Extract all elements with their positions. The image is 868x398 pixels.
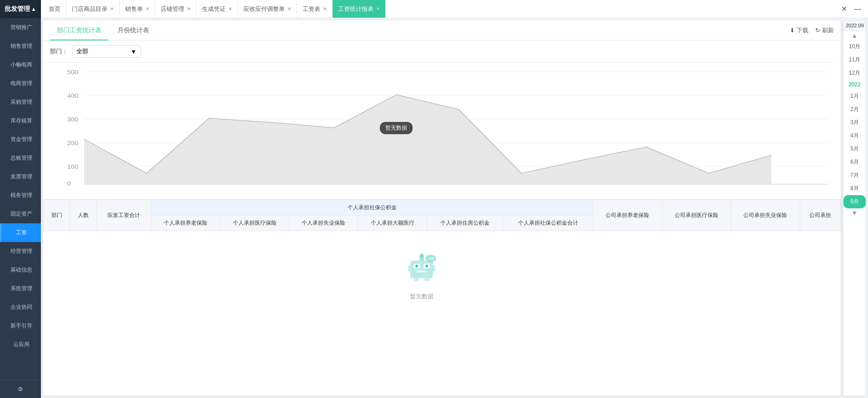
- sidebar-item-ecommerce-small[interactable]: 小畅电商: [0, 55, 41, 74]
- close-shop-tab[interactable]: ✕: [187, 6, 191, 11]
- svg-rect-18: [416, 271, 427, 272]
- month-feb[interactable]: 2月: [843, 103, 866, 116]
- minimize-tabs-button[interactable]: —: [852, 5, 863, 14]
- close-sales-tab[interactable]: ✕: [146, 6, 149, 11]
- sidebar-item-basic[interactable]: 基础信息: [0, 261, 41, 279]
- close-catalog-tab[interactable]: ✕: [110, 6, 114, 11]
- no-data-icon: CE: [404, 249, 440, 286]
- tab-home[interactable]: 首页: [43, 0, 66, 18]
- svg-rect-23: [414, 277, 419, 281]
- col-company-medical: 公司承担医疗保险: [662, 200, 731, 231]
- tab-receivable[interactable]: 应收应付调整单 ✕: [238, 0, 297, 18]
- sidebar-item-coop[interactable]: 企业协同: [0, 298, 41, 317]
- sidebar-item-invoice[interactable]: 发票管理: [0, 167, 41, 186]
- no-data-section: CE 暂无数据: [44, 231, 800, 319]
- sidebar-item-system[interactable]: 系统管理: [0, 279, 41, 298]
- month-dec[interactable]: 12月: [843, 66, 866, 80]
- svg-text:500: 500: [67, 70, 78, 76]
- sidebar-item-tax[interactable]: 税务管理: [0, 186, 41, 205]
- sidebar-header: 批发管理 ▲: [0, 0, 41, 18]
- month-jan[interactable]: 1月: [843, 90, 866, 103]
- sub-tab-actions: ⬇ 下载 ↻ 刷新: [790, 26, 834, 35]
- close-salary-report-tab[interactable]: ✕: [376, 6, 380, 11]
- download-button[interactable]: ⬇ 下载: [790, 26, 808, 35]
- toolbar: 部门： 全部 ▼: [43, 40, 841, 63]
- col-total-salary: 应发工资合计: [96, 200, 151, 231]
- col-personal-total: 个人承担社保公积金合计: [503, 216, 593, 231]
- month-nav-down[interactable]: ▼: [850, 208, 859, 217]
- tab-month-stat[interactable]: 月份统计表: [111, 20, 156, 40]
- sidebar-item-salary[interactable]: 工资: [0, 223, 41, 242]
- col-personal-housing-fund: 个人承担住房公积金: [427, 216, 503, 231]
- svg-rect-13: [410, 261, 433, 278]
- sidebar-item-sales[interactable]: 销售管理: [0, 37, 41, 55]
- svg-text:300: 300: [67, 116, 78, 122]
- close-production-tab[interactable]: ✕: [228, 6, 232, 11]
- settings-icon: ⚙: [18, 386, 23, 393]
- month-sep[interactable]: 9月: [843, 195, 866, 208]
- svg-text:400: 400: [67, 93, 78, 99]
- salary-chart: 500 400 300 200 100 0: [50, 70, 834, 188]
- tab-salary-report[interactable]: 工资统计报表 ✕: [333, 0, 386, 18]
- close-salary-table-tab[interactable]: ✕: [323, 6, 327, 11]
- svg-rect-21: [408, 265, 411, 272]
- sidebar-item-assets[interactable]: 固定资产: [0, 205, 41, 223]
- main-content: 首页 门店商品目录 ✕ 销售单 ✕ 店铺管理 ✕ 生成凭证 ✕ 应收应付调整单 …: [41, 0, 868, 398]
- col-dept: 部门: [44, 200, 70, 231]
- year-2022[interactable]: 2022: [843, 80, 866, 90]
- month-mar[interactable]: 3月: [843, 116, 866, 129]
- month-nav-up[interactable]: ▲: [850, 31, 859, 40]
- chart-area: 500 400 300 200 100 0: [43, 63, 841, 199]
- download-icon: ⬇: [790, 27, 795, 34]
- month-oct[interactable]: 10月: [843, 40, 866, 53]
- tab-controls: ✕ —: [839, 5, 866, 14]
- current-month-display: 2022.09: [846, 23, 864, 28]
- tab-dept-stat[interactable]: 部门工资统计表: [50, 20, 108, 40]
- no-data-text: 暂无数据: [410, 292, 434, 301]
- col-company-pension: 公司承担养老保险: [593, 200, 662, 231]
- tab-catalog[interactable]: 门店商品目录 ✕: [66, 0, 120, 18]
- svg-rect-24: [424, 277, 430, 281]
- sidebar-item-guide[interactable]: 新手引导: [0, 317, 41, 335]
- col-personal-unemployment: 个人承担失业保险: [289, 216, 358, 231]
- sidebar-item-inventory[interactable]: 库存核算: [0, 111, 41, 130]
- close-receivable-tab[interactable]: ✕: [288, 6, 291, 11]
- sub-tab-bar: 部门工资统计表 月份统计表 ⬇ 下载 ↻ 刷新: [43, 20, 841, 40]
- tab-production[interactable]: 生成凭证 ✕: [197, 0, 238, 18]
- svg-point-16: [415, 265, 418, 267]
- svg-point-17: [425, 265, 428, 267]
- month-apr[interactable]: 4月: [843, 129, 866, 142]
- dept-select-value: 全部: [76, 47, 88, 55]
- sidebar-collapse-icon[interactable]: ▲: [31, 6, 36, 12]
- svg-text:100: 100: [67, 164, 78, 170]
- month-nov[interactable]: 11月: [843, 53, 866, 66]
- tab-sales-bill[interactable]: 销售单 ✕: [120, 0, 155, 18]
- chevron-down-icon: ▼: [131, 48, 136, 55]
- svg-marker-12: [84, 95, 772, 184]
- sidebar-item-finance[interactable]: 资金管理: [0, 130, 41, 149]
- col-personal-major-medical: 个人承担大额医疗: [358, 216, 427, 231]
- sidebar-item-cloud[interactable]: 云应用: [0, 335, 41, 354]
- sidebar-item-purchase[interactable]: 采购管理: [0, 93, 41, 111]
- svg-text:CE: CE: [429, 257, 434, 261]
- close-all-tabs-button[interactable]: ✕: [839, 5, 849, 14]
- tab-salary-table[interactable]: 工资表 ✕: [297, 0, 333, 18]
- settings-button[interactable]: ⚙: [0, 380, 41, 398]
- month-jun[interactable]: 6月: [843, 156, 866, 169]
- main-panel: 部门工资统计表 月份统计表 ⬇ 下载 ↻ 刷新: [43, 20, 841, 396]
- tab-shop-manage[interactable]: 店铺管理 ✕: [155, 0, 197, 18]
- sidebar-item-ledger[interactable]: 总账管理: [0, 149, 41, 167]
- sidebar-title: 批发管理: [5, 5, 30, 13]
- salary-table: 部门 人数 应发工资合计 个人承担社保公积金 公司承担养老保险 公司承担医疗保险…: [43, 200, 841, 319]
- month-may[interactable]: 5月: [843, 142, 866, 156]
- dept-select[interactable]: 全部 ▼: [72, 45, 141, 58]
- month-aug[interactable]: 8月: [843, 182, 866, 195]
- content-area: 部门工资统计表 月份统计表 ⬇ 下载 ↻ 刷新: [41, 18, 868, 398]
- sidebar-item-business[interactable]: 经营管理: [0, 242, 41, 261]
- month-jul[interactable]: 7月: [843, 169, 866, 182]
- top-tab-bar: 首页 门店商品目录 ✕ 销售单 ✕ 店铺管理 ✕ 生成凭证 ✕ 应收应付调整单 …: [41, 0, 868, 18]
- sidebar-item-marketing[interactable]: 营销推广: [0, 18, 41, 37]
- refresh-button[interactable]: ↻ 刷新: [815, 26, 834, 35]
- sidebar-item-ecommerce[interactable]: 电商管理: [0, 74, 41, 93]
- table-area[interactable]: 部门 人数 应发工资合计 个人承担社保公积金 公司承担养老保险 公司承担医疗保险…: [43, 199, 841, 396]
